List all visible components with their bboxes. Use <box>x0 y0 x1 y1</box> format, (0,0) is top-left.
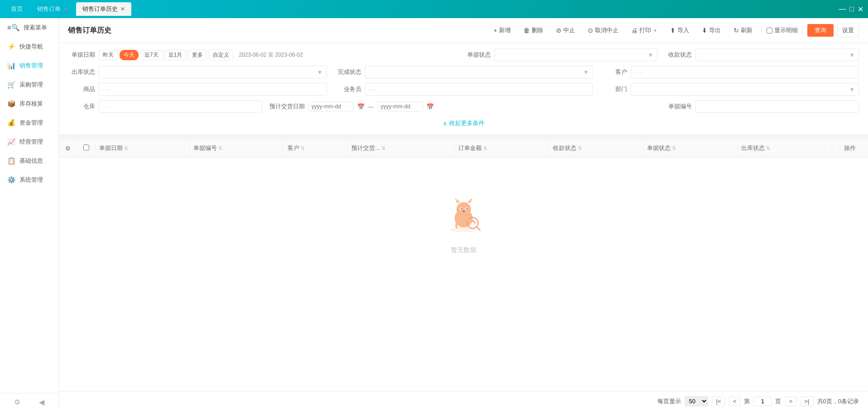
stock-out-select[interactable]: ▼ <box>99 66 327 78</box>
th-bill-status-sort-icon: ⇅ <box>672 145 676 151</box>
th-stock-status-label: 出库状态 <box>741 144 765 152</box>
date-btn-custom[interactable]: 自定义 <box>209 50 233 60</box>
customer-label: 客户 <box>600 68 627 76</box>
export-button[interactable]: ⬇ 导出 <box>697 24 725 37</box>
add-button[interactable]: + 新增 <box>489 24 515 37</box>
export-icon: ⬇ <box>702 27 707 34</box>
bill-status-select[interactable]: ▼ <box>494 48 658 61</box>
show-detail-label[interactable]: 显示明细 <box>767 26 798 34</box>
th-checkbox[interactable] <box>77 140 95 157</box>
th-settings[interactable]: ⚙ <box>59 140 77 157</box>
sidebar-item-search[interactable]: ≡🔍 搜索菜单 <box>0 18 58 37</box>
filter-bill-status: 单据状态 ▼ <box>464 48 658 61</box>
warehouse-input[interactable]: ··· <box>99 100 262 113</box>
tab-sales-order[interactable]: 销售订单 ✕ <box>31 2 74 16</box>
tab-home[interactable]: 首页 <box>5 2 29 16</box>
th-amount-sort[interactable]: 订单金额 ⇅ <box>458 144 545 152</box>
stop-label: 中止 <box>563 26 575 34</box>
sidebar-item-purchase[interactable]: 🛒 采购管理 <box>0 75 58 94</box>
th-bill-no-sort-icon: ⇅ <box>218 145 222 151</box>
import-button[interactable]: ⬆ 导入 <box>666 24 694 37</box>
sidebar-item-sales[interactable]: 📊 销售管理 <box>0 56 58 75</box>
minimize-icon[interactable]: — <box>839 5 846 13</box>
sales-icon: 📊 <box>7 62 16 70</box>
sidebar-collapse-icon[interactable]: ◀ <box>39 398 44 406</box>
last-page-button[interactable]: >| <box>800 396 813 406</box>
page-size-select[interactable]: 10 20 50 100 <box>685 396 708 406</box>
payment-status-select[interactable]: ▼ <box>695 48 859 61</box>
finance-icon: 💰 <box>7 119 16 127</box>
operation-icon: 📈 <box>7 138 16 146</box>
select-all-checkbox[interactable] <box>83 145 89 150</box>
collapse-row[interactable]: ∧ 收起更多条件 <box>68 117 859 129</box>
th-expected-date-sort[interactable]: 预计交货... ⇅ <box>351 144 451 152</box>
cancel-stop-button[interactable]: ⊙ 取消中止 <box>583 24 623 37</box>
date-btn-more[interactable]: 更多 <box>188 50 207 60</box>
sidebar-item-system[interactable]: ⚙️ 系统管理 <box>0 170 58 189</box>
sidebar-item-basic-info[interactable]: 📋 基础信息 <box>0 151 58 170</box>
date-btn-yesterday[interactable]: 昨天 <box>99 50 118 60</box>
th-bill-no[interactable]: 单据编号 ⇅ <box>189 140 283 157</box>
th-customer-sort[interactable]: 客户 ⇅ <box>288 144 344 152</box>
window-controls: — □ ✕ <box>839 5 863 14</box>
prev-page-button[interactable]: < <box>729 396 741 406</box>
close-tab-sales-order-history-icon[interactable]: ✕ <box>120 6 125 12</box>
next-page-button[interactable]: > <box>785 396 796 406</box>
date-btn-7days[interactable]: 近7天 <box>140 50 163 60</box>
window-close-icon[interactable]: ✕ <box>858 5 863 14</box>
filter-area: 单据日期 昨天 今天 近7天 近1月 更多 自定义 2023-06-02 至 2… <box>59 43 868 135</box>
th-stock-status[interactable]: 出库状态 ⇅ <box>738 140 832 157</box>
customer-input[interactable]: ··· <box>631 66 859 78</box>
close-tab-sales-order-icon[interactable]: ✕ <box>63 6 68 12</box>
refresh-button[interactable]: ↻ 刷新 <box>729 24 757 37</box>
page-number-input[interactable] <box>753 396 772 406</box>
filter-bill-no: 单据编号 <box>665 100 859 113</box>
th-date[interactable]: 单据日期 ⇅ <box>95 140 189 157</box>
show-detail-checkbox[interactable] <box>767 28 772 34</box>
expected-date-from-input[interactable] <box>308 102 354 111</box>
expected-date-to-input[interactable] <box>378 102 423 111</box>
th-date-sort[interactable]: 单据日期 ⇅ <box>99 144 186 152</box>
maximize-icon[interactable]: □ <box>849 5 854 13</box>
dept-select[interactable]: ▼ <box>631 83 859 96</box>
th-bill-status[interactable]: 单据状态 ⇅ <box>643 140 737 157</box>
query-button[interactable]: 查询 <box>807 24 834 37</box>
print-button[interactable]: 🖨 打印 ▼ <box>627 24 662 37</box>
stop-button[interactable]: ⊘ 中止 <box>551 24 580 37</box>
th-payment-status[interactable]: 收款状态 ⇅ <box>549 140 643 157</box>
th-expected-date[interactable]: 预计交货... ⇅ <box>348 140 455 157</box>
bill-status-label: 单据状态 <box>464 51 491 59</box>
th-customer-label: 客户 <box>288 144 299 152</box>
th-stock-status-sort[interactable]: 出库状态 ⇅ <box>741 144 828 152</box>
first-page-button[interactable]: |< <box>712 396 725 406</box>
sidebar-item-inventory-label: 库存核算 <box>19 100 43 108</box>
delete-label: 删除 <box>532 26 543 34</box>
th-bill-no-sort[interactable]: 单据编号 ⇅ <box>193 144 280 152</box>
salesperson-label: 业务员 <box>334 85 361 93</box>
settings-button[interactable]: 设置 <box>837 24 859 37</box>
date-btn-today[interactable]: 今天 <box>120 50 139 60</box>
collapse-up-icon: ∧ <box>443 120 447 127</box>
sidebar-settings-icon[interactable]: ⚙ <box>14 398 20 406</box>
calendar-from-icon[interactable]: 📅 <box>357 103 364 110</box>
th-bill-status-sort[interactable]: 单据状态 ⇅ <box>647 144 734 152</box>
page-header: 销售订单历史 + 新增 🗑 删除 ⊘ 中止 ⊙ <box>59 18 868 43</box>
sidebar-item-inventory[interactable]: 📦 库存核算 <box>0 94 58 113</box>
th-customer[interactable]: 客户 ⇅ <box>283 140 347 157</box>
sidebar-item-operation[interactable]: 📈 经营管理 <box>0 132 58 151</box>
complete-select[interactable]: ▼ <box>365 66 593 78</box>
date-btn-1month[interactable]: 近1月 <box>164 50 187 60</box>
delete-button[interactable]: 🗑 删除 <box>519 24 548 37</box>
sidebar-item-quick-nav[interactable]: ⚡ 快捷导航 <box>0 37 58 56</box>
bill-no-input[interactable] <box>695 100 859 113</box>
th-amount[interactable]: 订单金额 ⇅ <box>455 140 549 157</box>
sidebar-item-finance[interactable]: 💰 资金管理 <box>0 113 58 132</box>
salesperson-input[interactable]: ··· <box>365 83 593 96</box>
calendar-to-icon[interactable]: 📅 <box>427 103 434 110</box>
svg-point-10 <box>466 208 467 210</box>
settings-column-icon[interactable]: ⚙ <box>65 145 71 152</box>
tab-sales-order-history[interactable]: 销售订单历史 ✕ <box>76 2 131 16</box>
dept-label: 部门 <box>600 85 627 93</box>
th-payment-status-sort[interactable]: 收款状态 ⇅ <box>553 144 639 152</box>
goods-input[interactable]: ··· <box>99 83 327 96</box>
